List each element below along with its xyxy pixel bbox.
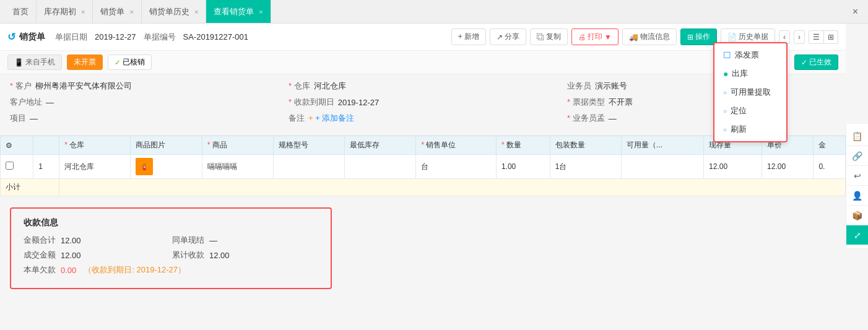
address-field: 客户地址 — bbox=[10, 97, 279, 108]
warehouse-field: 仓库 河北仓库 bbox=[289, 80, 557, 92]
tab-sales[interactable]: 销货单 × bbox=[93, 0, 141, 23]
history-label: 历史单据 bbox=[739, 32, 768, 42]
invoice-field: 票据类型 不开票 bbox=[567, 97, 836, 108]
staff-field: 业务员 演示账号 bbox=[567, 80, 836, 92]
sidebar-return-icon[interactable]: ↩ bbox=[846, 166, 869, 186]
same-settlement-label: 同单现结 bbox=[172, 235, 204, 246]
row-index: 1 bbox=[33, 155, 59, 179]
outbound-label: 出库 bbox=[732, 68, 748, 79]
add-invoice-icon: ☐ bbox=[723, 50, 731, 60]
product-image-icon: 🧯 bbox=[141, 163, 148, 170]
row-checkbox[interactable] bbox=[1, 155, 33, 179]
tab-bar-close-button[interactable]: × bbox=[848, 6, 863, 17]
project-value: — bbox=[30, 114, 38, 123]
address-value: — bbox=[46, 98, 54, 107]
sales-table: ⚙ 仓库 商品图片 商品 规格型号 最低库存 销售单位 数量 包装数量 可用量（… bbox=[0, 136, 846, 196]
subtotal-label: 小计 bbox=[1, 179, 59, 196]
remarks-label: 备注 bbox=[289, 113, 305, 124]
operations-button[interactable]: ⊞ 操作 bbox=[680, 28, 717, 45]
effective-button[interactable]: ✓ 已生效 bbox=[794, 54, 838, 70]
sidebar-package-icon[interactable]: 📦 bbox=[846, 206, 869, 225]
view-list-button[interactable]: ☰ bbox=[809, 30, 824, 44]
tab-home[interactable]: 首页 bbox=[5, 0, 37, 23]
logistics-icon: 🚚 bbox=[629, 33, 638, 41]
logistics-button[interactable]: 🚚 物流信息 bbox=[622, 28, 677, 45]
tab-history-close[interactable]: × bbox=[194, 8, 198, 15]
add-invoice-item[interactable]: ☐ 添发票 bbox=[714, 46, 786, 64]
subtotal-values bbox=[59, 179, 846, 196]
print-button[interactable]: 🖨 打印 ▼ bbox=[571, 28, 618, 45]
tab-sales-close[interactable]: × bbox=[129, 8, 133, 15]
invoice-value: 不开票 bbox=[609, 97, 633, 108]
confirm-label: 已核销 bbox=[123, 57, 145, 67]
copy-button[interactable]: ⿻ 复制 bbox=[530, 28, 568, 45]
tab-inventory[interactable]: 库存期初 × bbox=[37, 0, 93, 23]
row-select[interactable] bbox=[6, 162, 14, 170]
col-spec: 规格型号 bbox=[273, 136, 344, 155]
row-unit: 台 bbox=[416, 155, 496, 179]
col-settings[interactable]: ⚙ bbox=[1, 136, 33, 155]
print-icon: 🖨 bbox=[578, 33, 586, 41]
col-warehouse: 仓库 bbox=[59, 136, 131, 155]
total-received-value: 12.00 bbox=[209, 251, 230, 260]
history-icon: 📄 bbox=[727, 33, 737, 41]
col-pack-qty: 包装数量 bbox=[550, 136, 621, 155]
summary-row-1: 金额合计 12.00 同单现结 — bbox=[24, 235, 318, 246]
row-stock: 12.00 bbox=[704, 155, 762, 179]
nav-next-button[interactable]: › bbox=[794, 30, 805, 44]
summary-box: 收款信息 金额合计 12.00 同单现结 — 成交金额 12.00 bbox=[10, 207, 332, 289]
row-amount: 0. bbox=[814, 155, 846, 179]
summary-area: 收款信息 金额合计 12.00 同单现结 — 成交金额 12.00 bbox=[0, 196, 846, 300]
add-remarks-label: + 添加备注 bbox=[315, 113, 354, 123]
overdue-label: 本单欠款 bbox=[24, 264, 56, 276]
available-icon: ○ bbox=[723, 89, 727, 96]
overdue-value: 0.00 bbox=[61, 266, 76, 275]
form-row-1: 客户 柳州粤港平安气体有限公司 仓库 河北仓库 业务员 演示账号 bbox=[10, 80, 836, 92]
copy-label: 复制 bbox=[546, 32, 561, 42]
tab-check-sales[interactable]: 查看销货单 × bbox=[206, 0, 271, 23]
available-extract-label: 可用量提取 bbox=[731, 87, 771, 98]
date-label: 单据日期 bbox=[55, 32, 87, 43]
operations-label: 操作 bbox=[695, 32, 710, 42]
payment-date-label: 收款到期日 bbox=[289, 97, 334, 108]
invoice-label: 票据类型 bbox=[567, 97, 605, 108]
view-grid-button[interactable]: ⊞ bbox=[824, 30, 838, 44]
date-value: 2019-12-27 bbox=[95, 32, 136, 41]
add-remarks-button[interactable]: + + 添加备注 bbox=[308, 113, 354, 124]
sidebar-user-icon[interactable]: 👤 bbox=[846, 186, 869, 206]
add-invoice-label: 添发票 bbox=[735, 50, 759, 61]
total-amount-field: 金额合计 12.00 bbox=[24, 235, 147, 246]
tab-inventory-close[interactable]: × bbox=[81, 8, 85, 15]
print-label: 打印 bbox=[588, 32, 602, 42]
col-available: 可用量（... bbox=[622, 136, 704, 155]
staff-label: 业务员 bbox=[567, 80, 591, 92]
tab-check-sales-close[interactable]: × bbox=[259, 8, 263, 15]
sidebar-link-icon[interactable]: 🔗 bbox=[846, 146, 869, 166]
sales-staff-value: — bbox=[609, 114, 617, 123]
row-quantity: 1.00 bbox=[496, 155, 550, 179]
outbound-item[interactable]: ● 出库 bbox=[714, 64, 786, 83]
subtotal-row: 小计 bbox=[1, 179, 846, 196]
project-field: 项目 — bbox=[10, 113, 279, 124]
confirm-button[interactable]: ✓ 已核销 bbox=[108, 54, 152, 70]
share-button[interactable]: ↗ 分享 bbox=[490, 28, 526, 45]
print-dropdown-icon: ▼ bbox=[604, 33, 612, 41]
payment-date-field: 收款到期日 2019-12-27 bbox=[289, 97, 557, 108]
tab-sales-label: 销货单 bbox=[100, 6, 124, 17]
new-button[interactable]: + 新增 bbox=[451, 28, 486, 45]
locate-icon: ○ bbox=[723, 108, 727, 115]
share-icon: ↗ bbox=[497, 33, 503, 41]
locate-item[interactable]: ○ 定位 bbox=[714, 102, 786, 120]
tab-history[interactable]: 销货单历史 × bbox=[142, 0, 206, 23]
same-settlement-value: — bbox=[209, 236, 217, 245]
effective-icon: ✓ bbox=[801, 58, 807, 67]
available-extract-item[interactable]: ○ 可用量提取 bbox=[714, 83, 786, 102]
row-min-stock bbox=[345, 155, 416, 179]
doc-title-text: 销货单 bbox=[19, 32, 45, 43]
sidebar-copy-icon[interactable]: 📋 bbox=[846, 126, 869, 146]
sidebar-expand-icon[interactable]: ⤢ bbox=[846, 225, 869, 245]
from-mobile-button[interactable]: 📱 来自手机 bbox=[7, 54, 62, 70]
tab-bar: 首页 库存期初 × 销货单 × 销货单历史 × 查看销货单 × × bbox=[0, 0, 868, 24]
not-open-button[interactable]: 未开票 bbox=[67, 54, 103, 70]
refresh-item[interactable]: ○ 刷新 bbox=[714, 120, 786, 139]
